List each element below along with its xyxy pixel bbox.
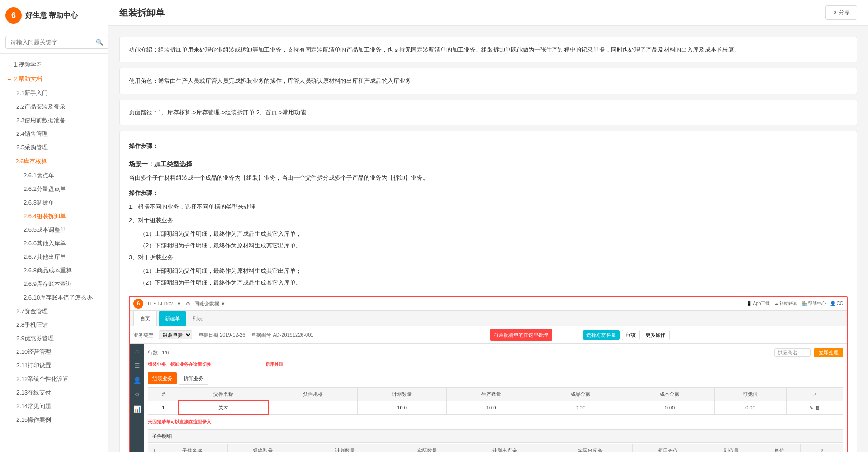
sidebar-item-beginner[interactable]: 2.1新手入门: [0, 86, 108, 100]
content-text: 操作步骤： 场景一：加工类型选择 当由多个子件材料组装成一个成品的业务为【组装】…: [129, 140, 848, 452]
logo-text: 好生意 帮助中心: [25, 11, 78, 20]
sidebar-item-settings[interactable]: 2.12系统个性化设置: [0, 372, 108, 386]
td-parent-name: 关木: [179, 401, 268, 414]
mock-save-btn[interactable]: 立即处理: [814, 348, 843, 357]
th-actions: ↗: [787, 388, 843, 401]
scene1-steps-title: 操作步骤：: [129, 187, 848, 199]
sidebar-item-label: 2.6库存核算: [15, 157, 47, 166]
mock-info-item-count: 行数 1/6: [148, 347, 169, 357]
th-num: #: [148, 388, 179, 401]
path-block: 页面路径：1、库存核算->库存管理->组装拆卸单 2、首页->常用功能: [119, 100, 857, 125]
mock-body: ⌂ ☰ 👤 ⚙ 📊 行数 1/6: [130, 344, 847, 452]
mock-type-btn-disassembly[interactable]: 拆卸业务: [179, 372, 208, 385]
sidebar-item-cost-recalc[interactable]: 2.6.8商品成本重算: [0, 264, 108, 277]
sidebar-item-video[interactable]: + 1.视频学习: [0, 57, 108, 72]
sidebar-item-payment[interactable]: 2.13在线支付: [0, 386, 108, 400]
annotation2-text: 组装业务、拆卸业务在这里切换: [148, 360, 211, 369]
sidebar-item-stocktake[interactable]: 2.6.1盘点单: [0, 169, 108, 182]
sidebar-item-transfer[interactable]: 2.6.3调拨单: [0, 196, 108, 209]
main-area: 组装拆卸单 ↗ 分享 功能介绍：组装拆卸单用来处理企业组装或拆卸等加工业务，支持…: [108, 0, 868, 452]
mock-tab-active: 自页: [133, 311, 157, 326]
th-actual-qty: 实际数量: [392, 444, 462, 452]
mock-side-icons: ⌂ ☰ 👤 ⚙ 📊: [130, 344, 144, 452]
share-button[interactable]: ↗ 分享: [825, 5, 857, 20]
role-block: 使用角色：通常由生产人员或库管人员完成拆装业务的操作，库管人员确认原材料的出库和…: [119, 68, 857, 94]
mock-logo: 6: [133, 299, 143, 309]
mock-sub-section: 子件明细: [148, 429, 843, 443]
mock-breadcrumb: ▼ ⚙ 同账套数据 ▼: [176, 299, 743, 309]
sidebar-item-operations[interactable]: 2.10经营管理: [0, 345, 108, 359]
th-check: ☐: [148, 444, 157, 452]
content-area: 功能介绍：组装拆卸单用来处理企业组装或拆卸等加工业务，支持有固定装配清单的产品加…: [108, 26, 868, 452]
content-card: 操作步骤： 场景一：加工类型选择 当由多个子件材料组装成一个成品的业务为【组装】…: [119, 131, 857, 452]
td-parent-spec: [268, 401, 357, 414]
sidebar-item-finance[interactable]: 2.7资金管理: [0, 305, 108, 318]
role-text: 使用角色：通常由生产人员或库管人员完成拆装业务的操作，库管人员确认原材料的出库和…: [129, 76, 848, 86]
mock-type-select[interactable]: 组装单据: [159, 330, 192, 339]
annotation4-area: 无固定清单可以直接在这里录入: [148, 417, 843, 427]
sidebar-item-inventory-query[interactable]: 2.6.9库存账本查询: [0, 277, 108, 291]
mock-approve-btn[interactable]: 审核: [622, 330, 640, 340]
th-row-actions: ↗: [800, 444, 843, 452]
mock-icon-chart: 📊: [130, 402, 144, 416]
sidebar-item-purchase[interactable]: 2.5采购管理: [0, 141, 108, 154]
mock-supplier-input[interactable]: [774, 348, 811, 357]
sidebar-item-help-docs[interactable]: − 2.帮助文档: [0, 72, 108, 86]
mock-parent-thead: # 父件名称 父件规格 计划数量 生产数量 成品金额 成本金额 可凭借: [148, 388, 843, 401]
sidebar-item-cases[interactable]: 2.15操作案例: [0, 413, 108, 427]
sidebar-item-partial-stocktake[interactable]: 2.6.2分量盘点单: [0, 182, 108, 196]
scene1-desc: 当由多个子件材料组装成一个成品的业务为【组装】业务，当由一个父件拆分成多个子产品…: [129, 172, 848, 184]
th-cost-amt: 成本金额: [625, 388, 714, 401]
mock-icon-person: 👤: [130, 373, 144, 387]
step3-1: （1）上部明细为父件明细，最终作为原材料生成其它出库单；: [140, 265, 848, 277]
step2-2: （2）下部明细为子件明细，最终作为原材料生成其它出库单。: [140, 240, 848, 252]
sidebar-item-other-out[interactable]: 2.6.7其他出库单: [0, 250, 108, 264]
td-available: 0.00: [714, 401, 786, 414]
td-row-action[interactable]: ✎ 🗑: [787, 401, 843, 414]
annotation3-text: 启用处理: [265, 360, 283, 369]
sidebar-item-inventory-fix[interactable]: 2.6.10库存账本错了怎么办: [0, 291, 108, 305]
steps-title: 操作步骤：: [129, 140, 848, 152]
td-cost-amt: 0.00: [625, 401, 714, 414]
th-actual-out: 实际出库金: [547, 444, 632, 452]
mock-type-btn-assembly[interactable]: 组装业务: [148, 372, 177, 384]
sidebar-item-cost-adjust[interactable]: 2.6.5成本调整单: [0, 223, 108, 237]
sidebar-item-inventory[interactable]: − 2.6库存核算: [0, 154, 108, 169]
sidebar-item-sales[interactable]: 2.4销售管理: [0, 127, 108, 141]
th-available: 可凭借: [714, 388, 786, 401]
mock-parent-tbody: 1 关木 10.0 10.0 0.00 0.00 0.00: [148, 401, 843, 414]
td-row-num: 1: [148, 401, 179, 414]
sidebar-item-label: 2.帮助文档: [14, 75, 42, 83]
mock-tabbar: 自页 新建单 列表: [130, 311, 847, 326]
th-spec: 规格型号: [227, 444, 298, 452]
annotation4-text: 无固定清单可以直接在这里录入: [148, 419, 211, 424]
mock-type-row: 组装业务 拆卸业务: [148, 372, 843, 385]
sidebar-item-install[interactable]: 2.2产品安装及登录: [0, 100, 108, 114]
mock-icons: 📱 App下载 ☁ 初始账套 🏪 帮助中心 👤 CC: [746, 299, 843, 308]
th-product-amt: 成品金额: [536, 388, 625, 401]
sidebar-item-mobile[interactable]: 2.8手机旺铺: [0, 318, 108, 332]
sidebar-item-other-in[interactable]: 2.6.6其他入库单: [0, 237, 108, 250]
search-button[interactable]: 🔍: [91, 36, 108, 49]
search-input[interactable]: [5, 36, 91, 49]
step3-2: （2）下部明细为子件明细，最终作为产成品生成其它入库单。: [140, 277, 848, 289]
mock-toolbar: 业务类型 组装单据 单据日期 2019-12-26 单据编号 AD-201912…: [130, 326, 847, 344]
th-prod-qty: 生产数量: [447, 388, 536, 401]
mock-confirm-btn[interactable]: 选择对材料量: [583, 330, 620, 340]
mock-billno-label: 单据编号 AD-20191226-001: [251, 330, 313, 340]
th-parent-name: 父件名称: [179, 388, 268, 401]
mock-tab-list: 列表: [186, 311, 209, 326]
mock-child-thead: ☐ 子件名称 规格型号 计划数量 实际数量 计划出库金 实际出库金 领用仓位 到: [148, 444, 843, 452]
sidebar-item-faq[interactable]: 2.14常见问题: [0, 400, 108, 413]
intro-text: 功能介绍：组装拆卸单用来处理企业组装或拆卸等加工业务，支持有固定装配清单的产品加…: [129, 44, 848, 55]
sidebar-item-assembly[interactable]: 2.6.4组装拆卸单: [0, 209, 108, 223]
mock-annotations-row: 组装业务、拆卸业务在这里切换 启用处理: [148, 360, 843, 369]
step2: 2、对于组装业务: [129, 214, 848, 226]
page-title: 组装拆卸单: [119, 7, 165, 19]
sidebar-item-coupon[interactable]: 2.9优惠券管理: [0, 332, 108, 345]
sidebar-item-print[interactable]: 2.11打印设置: [0, 359, 108, 372]
mock-more-btn[interactable]: 更多操作: [642, 330, 670, 340]
logo-icon: 6: [5, 7, 22, 24]
step3: 3、对于拆装业务: [129, 252, 848, 263]
sidebar-item-data-prep[interactable]: 2.3使用前数据准备: [0, 114, 108, 127]
